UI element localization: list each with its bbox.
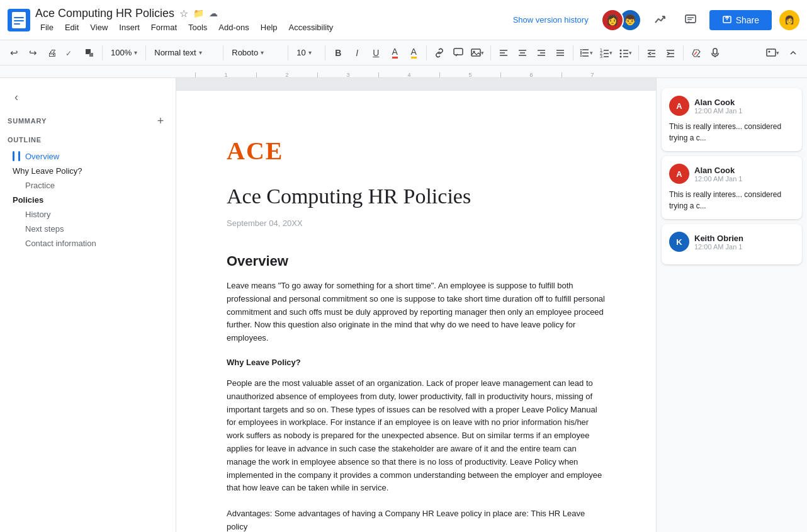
svg-point-53 [769, 50, 770, 52]
doc-app-icon[interactable] [8, 9, 30, 31]
clear-format-button[interactable] [687, 44, 705, 62]
fontsize-value: 10 [296, 48, 305, 57]
font-dropdown-arrow: ▾ [261, 49, 264, 56]
outline-item-contact[interactable]: Contact information [8, 236, 168, 251]
show-version-history-link[interactable]: Show version history [508, 13, 594, 27]
paint-format-button[interactable] [81, 44, 98, 62]
share-button[interactable]: Share [709, 10, 772, 30]
user-avatar[interactable]: 👩 [779, 10, 799, 30]
underline-button[interactable]: U [367, 44, 385, 62]
ordered-list-button[interactable]: 1.2.3. ▾ [597, 44, 615, 62]
bullet-list-button[interactable]: ▾ [616, 44, 635, 62]
menu-help[interactable]: Help [256, 21, 283, 33]
fontsize-select[interactable]: 10 ▾ [292, 44, 321, 62]
redo-button[interactable]: ↪ [24, 44, 42, 62]
comments-panel: A Alan Cook 12:00 AM Jan 1 This is reall… [656, 78, 807, 532]
comment-card-3[interactable]: K Keith Obrien 12:00 AM Jan 1 [662, 224, 802, 264]
comment-card-1[interactable]: A Alan Cook 12:00 AM Jan 1 This is reall… [662, 88, 802, 151]
comment-avatar-3: K [669, 232, 689, 252]
comment-name-1: Alan Cook [694, 98, 742, 107]
italic-button[interactable]: I [348, 44, 366, 62]
doc-section-overview-heading[interactable]: Overview [227, 253, 606, 269]
svg-text:✓: ✓ [65, 49, 72, 58]
chart-icon[interactable] [649, 9, 672, 31]
svg-rect-11 [89, 53, 93, 57]
outline-item-history[interactable]: History [8, 207, 168, 222]
toolbar-divider-1 [102, 45, 103, 60]
align-left-button[interactable] [495, 44, 512, 62]
ruler: 1 2 3 4 5 6 7 [0, 65, 807, 78]
menu-insert[interactable]: Insert [114, 21, 145, 33]
outline-item-practice[interactable]: Practice [8, 178, 168, 193]
outline-item-why-leave[interactable]: Why Leave Policy? [8, 164, 168, 178]
outline-item-policies[interactable]: Policies [8, 193, 168, 207]
svg-rect-2 [14, 20, 24, 21]
text-color-button[interactable]: A [386, 44, 404, 62]
comments-icon[interactable] [679, 9, 702, 31]
increase-indent-button[interactable] [662, 44, 679, 62]
fontsize-select-wrap: 10 ▾ [292, 44, 321, 62]
ruler-mark-5: 5 [439, 72, 500, 77]
zoom-select[interactable]: 100% ▾ [106, 44, 142, 62]
doc-paragraph-2[interactable]: People are the most valuable asset of an… [227, 377, 606, 495]
comment-avatar-2: A [669, 164, 689, 184]
comment-meta-1: Alan Cook 12:00 AM Jan 1 [694, 98, 742, 115]
collaborator-avatar-1[interactable]: 👩 [601, 9, 624, 31]
outline-item-next-steps[interactable]: Next steps [8, 222, 168, 236]
summary-section-header: SUMMARY + [8, 113, 168, 128]
image-button[interactable]: ▾ [468, 44, 487, 62]
doc-paragraph-1[interactable]: Leave means "To go away for something fo… [227, 280, 606, 345]
svg-rect-1 [14, 17, 24, 18]
menu-accessibility[interactable]: Accessibility [284, 21, 339, 33]
sidebar-back-button[interactable]: ‹ [8, 88, 25, 106]
font-select[interactable]: Roboto ▾ [227, 44, 284, 62]
print-button[interactable]: 🖨 [43, 44, 60, 62]
comment-card-2[interactable]: A Alan Cook 12:00 AM Jan 1 This is reall… [662, 156, 802, 219]
undo-button[interactable]: ↩ [5, 44, 23, 62]
folder-icon[interactable]: 📁 [193, 8, 204, 18]
comment-time-2: 12:00 AM Jan 1 [694, 175, 742, 183]
line-spacing-button[interactable]: ▾ [577, 44, 595, 62]
image-options-button[interactable]: ▾ [764, 44, 782, 62]
outline-item-overview[interactable]: Overview [8, 149, 168, 164]
menu-file[interactable]: File [35, 21, 59, 33]
menu-view[interactable]: View [85, 21, 113, 33]
menu-tools[interactable]: Tools [183, 21, 212, 33]
document-area[interactable]: ACE Ace Computing HR Policies September … [176, 78, 656, 532]
star-icon[interactable]: ☆ [179, 8, 188, 20]
align-center-button[interactable] [514, 44, 531, 62]
doc-paragraph-3[interactable]: Advantages: Some advantages of having a … [227, 507, 606, 532]
doc-logo: ACE [227, 136, 606, 166]
collapse-toolbar-button[interactable] [784, 44, 802, 62]
svg-rect-12 [454, 48, 463, 55]
top-bar: Ace Computing HR Policies ☆ 📁 ☁ File Edi… [0, 0, 807, 40]
highlight-button[interactable]: A [405, 44, 422, 62]
doc-why-leave-heading[interactable]: Why Leave Policy? [227, 358, 606, 367]
menu-addons[interactable]: Add-ons [213, 21, 254, 33]
sidebar: ‹ SUMMARY + OUTLINE Overview Why Leave P… [0, 78, 176, 532]
voice-input-button[interactable] [706, 44, 724, 62]
document-page[interactable]: ACE Ace Computing HR Policies September … [176, 91, 656, 532]
document-title[interactable]: Ace Computing HR Policies [35, 7, 174, 20]
menu-format[interactable]: Format [146, 21, 182, 33]
doc-date[interactable]: September 04, 20XX [227, 218, 606, 228]
summary-label: SUMMARY [8, 117, 47, 125]
bold-button[interactable]: B [329, 44, 347, 62]
comment-inline-button[interactable] [449, 44, 467, 62]
spellcheck-button[interactable]: ✓ [62, 44, 79, 62]
align-right-button[interactable] [533, 44, 550, 62]
comment-text-1: This is really interes... considered try… [669, 121, 794, 144]
link-button[interactable] [431, 44, 448, 62]
menu-edit[interactable]: Edit [60, 21, 84, 33]
comment-name-3: Keith Obrien [694, 234, 743, 243]
ruler-mark-1: 1 [195, 72, 256, 77]
add-summary-button[interactable]: + [153, 113, 168, 128]
comment-avatar-1: A [669, 96, 689, 116]
justify-button[interactable] [551, 44, 569, 62]
comment-header-1: A Alan Cook 12:00 AM Jan 1 [669, 96, 794, 116]
decrease-indent-button[interactable] [643, 44, 660, 62]
doc-main-title[interactable]: Ace Computing HR Policies [227, 184, 606, 208]
style-select[interactable]: Normal text ▾ [150, 44, 219, 62]
comment-time-3: 12:00 AM Jan 1 [694, 243, 743, 251]
zoom-select-wrap: 100% ▾ [106, 44, 142, 62]
